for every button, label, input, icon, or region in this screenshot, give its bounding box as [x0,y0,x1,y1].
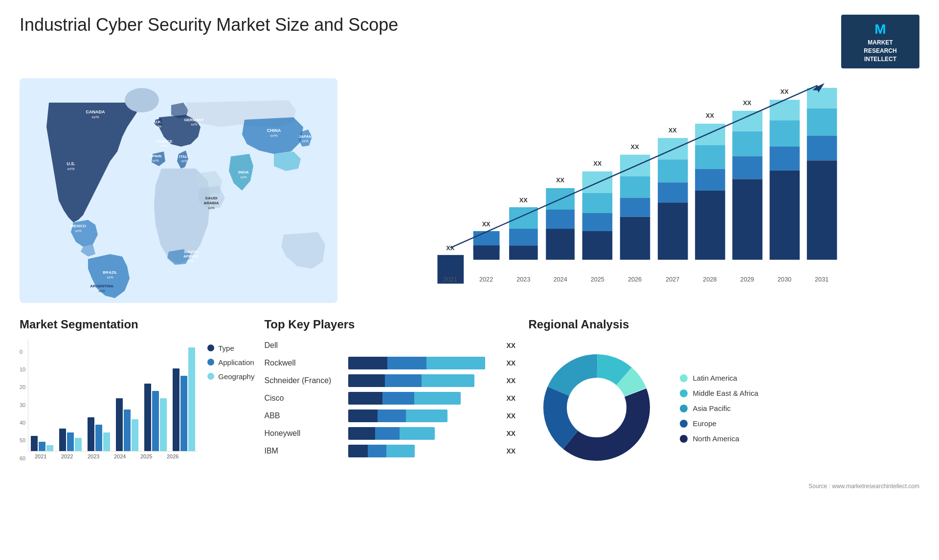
svg-text:XX: XX [669,127,677,133]
svg-rect-82 [770,100,800,120]
ibm-seg1 [348,445,368,457]
app-dot [207,359,214,366]
asia-label: Asia Pacific [693,404,731,412]
svg-rect-73 [695,190,725,259]
svg-text:xx%: xx% [98,289,105,293]
player-schneider: Schneider (France) XX [264,374,518,387]
svg-text:xx%: xx% [152,159,158,162]
north-america-dot [680,435,688,443]
legend-asia-pacific: Asia Pacific [680,404,758,412]
app-bar-2024 [124,409,131,451]
player-rockwell: Rockwell XX [264,357,518,369]
bar-chart-container: XX 2021 XX 2022 XX 2023 XX 2024 [352,78,919,303]
type-bar-2024 [116,398,123,451]
legend-geography: Geography [207,372,254,381]
svg-text:2029: 2029 [740,276,754,282]
svg-rect-61 [620,216,650,259]
segmentation-section: Market Segmentation 60 50 40 30 20 10 0 [20,318,254,490]
player-abb: ABB XX [264,409,518,422]
svg-text:xx%: xx% [181,159,187,163]
svg-text:xx%: xx% [67,167,74,171]
svg-text:xx%: xx% [107,276,113,279]
geo-bar-2022 [75,438,82,451]
abb-name: ABB [264,411,342,420]
svg-text:2028: 2028 [703,276,716,282]
svg-text:XX: XX [482,221,491,228]
svg-text:xx%: xx% [187,259,194,262]
geo-bar-2025 [160,398,167,451]
seg-group-2026 [173,347,195,451]
type-dot [207,345,214,351]
svg-point-1 [125,88,159,112]
svg-text:xx%: xx% [161,144,167,148]
mea-label: Middle East & Africa [693,389,758,397]
page-header: Industrial Cyber Security Market Size an… [20,15,919,68]
legend-type: Type [207,344,254,352]
cisco-name: Cisco [264,394,342,403]
svg-text:XX: XX [706,112,714,119]
latin-america-dot [680,374,688,382]
schneider-seg1 [348,374,385,387]
legend-mea: Middle East & Africa [680,389,758,397]
svg-text:XX: XX [519,197,528,204]
europe-dot [680,420,688,428]
svg-rect-77 [732,131,762,156]
bar-chart-svg: XX 2021 XX 2022 XX 2023 XX 2024 [362,83,910,293]
svg-text:xx%: xx% [75,229,81,233]
svg-text:2024: 2024 [553,276,567,282]
abb-seg3 [406,409,447,422]
svg-point-102 [570,381,624,434]
svg-text:ARABIA: ARABIA [203,201,219,205]
abb-xx: XX [506,412,518,420]
svg-rect-66 [658,182,688,202]
honeywell-bar [348,427,496,440]
honeywell-seg3 [400,427,435,440]
seg-group-2021 [31,436,53,451]
type-bar-2023 [88,417,94,451]
geo-label: Geography [218,372,254,381]
svg-rect-89 [807,108,837,135]
type-label: Type [218,344,234,352]
seg-group-2025 [144,384,167,451]
svg-rect-52 [582,171,613,193]
schneider-name: Schneider (France) [264,376,342,385]
geo-dot [207,373,214,380]
app-bar-2022 [67,432,74,451]
key-players-section: Top Key Players Dell XX Rockwell XX Sch [264,318,518,490]
svg-text:xx%: xx% [240,175,246,179]
svg-rect-48 [546,210,575,229]
rockwell-seg1 [348,357,387,369]
players-list: Dell XX Rockwell XX Schneider (France) [264,339,518,457]
logo-line1: MARKET [868,39,893,46]
legend-europe: Europe [680,419,758,428]
svg-text:XX: XX [818,83,826,85]
svg-rect-79 [732,179,762,259]
svg-text:GERMANY: GERMANY [184,118,205,122]
cisco-seg3 [414,392,461,405]
svg-text:AFRICA: AFRICA [183,254,198,258]
svg-rect-39 [473,245,500,259]
svg-rect-90 [807,135,837,160]
svg-rect-55 [582,231,613,260]
dell-name: Dell [264,341,342,350]
svg-text:2026: 2026 [628,276,642,282]
svg-text:2025: 2025 [591,276,604,282]
world-map: CANADA xx% U.S. xx% MEXICO xx% BRAZIL xx… [20,78,337,303]
type-bar-2025 [144,384,151,451]
europe-label: Europe [693,419,716,428]
seg-bars [28,339,198,452]
app-bar-2026 [180,376,187,451]
player-honeywell: Honeywell XX [264,427,518,440]
top-section: CANADA xx% U.S. xx% MEXICO xx% BRAZIL xx… [20,78,919,303]
svg-rect-88 [807,87,837,108]
svg-text:xx%: xx% [191,123,197,126]
abb-bar [348,409,496,422]
type-bar-2026 [173,368,179,451]
seg-group-2023 [88,417,110,451]
cisco-seg1 [348,392,382,405]
svg-rect-67 [658,202,688,259]
bottom-section: Market Segmentation 60 50 40 30 20 10 0 [20,318,919,490]
logo-letter: M [848,20,913,39]
seg-group-2024 [116,398,138,451]
rockwell-name: Rockwell [264,359,342,367]
